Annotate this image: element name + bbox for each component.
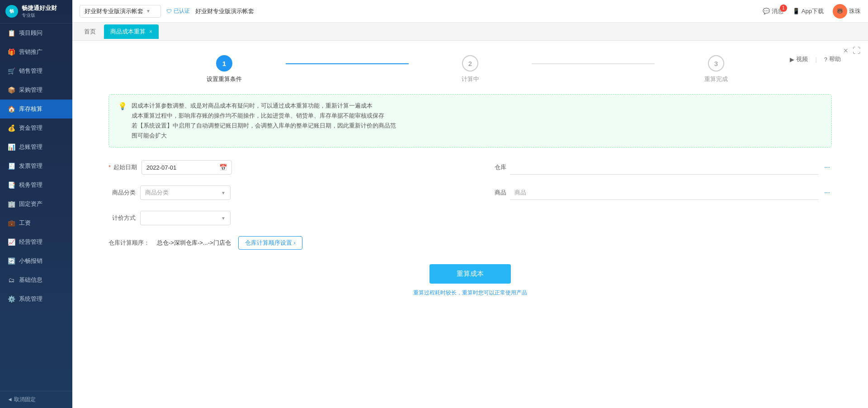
shield-icon: 🛡 <box>166 8 172 14</box>
warehouse-field: 仓库 ··· <box>479 160 832 175</box>
marketing-icon: 🎁 <box>7 48 15 56</box>
recalc-label: 重算成本 <box>457 270 484 277</box>
warehouse-dots-button[interactable]: ··· <box>822 163 832 171</box>
goods-input[interactable]: 商品 <box>510 185 819 200</box>
step-1-circle: 1 <box>216 55 232 71</box>
step-1-label: 设置重算条件 <box>207 75 242 83</box>
inventory-icon: 🏠 <box>7 105 15 113</box>
goods-placeholder: 商品 <box>514 189 526 197</box>
step-2-num: 2 <box>468 60 472 67</box>
info-text: 因成本计算参数调整、或是对商品成本有疑问时，可以通过成本重算功能，重新计算一遍成… <box>132 101 396 141</box>
sidebar-item-label: 小畅报销 <box>19 257 42 265</box>
sidebar-header: 畅 畅捷通好业财 专业版 <box>0 0 72 24</box>
video-label: 视频 <box>796 55 808 63</box>
recalc-button[interactable]: 重算成本 <box>429 264 511 284</box>
tabbar: 首页 商品成本重算 × <box>72 23 868 41</box>
sidebar-item-label: 资金管理 <box>19 124 42 132</box>
sidebar-item-label: 固定资产 <box>19 200 42 208</box>
calc-order-value: 总仓->深圳仓库->...->门店仓 <box>157 239 231 247</box>
pricing-field: 计价方式 ▼ <box>108 211 461 225</box>
tab-home[interactable]: 首页 <box>78 24 102 39</box>
sidebar-item-system[interactable]: ⚙️ 系统管理 <box>0 289 72 308</box>
user-name: 珠珠 <box>849 7 861 15</box>
info-box: 💡 因成本计算参数调整、或是对商品成本有疑问时，可以通过成本重算功能，重新计算一… <box>108 94 832 147</box>
form-row-1: * 起始日期 2022-07-01 📅 仓库 ··· <box>108 160 832 175</box>
sidebar-item-expense[interactable]: 🔄 小畅报销 <box>0 251 72 270</box>
sidebar-item-label: 税务管理 <box>19 181 42 189</box>
message-button[interactable]: 💬 消息 1 <box>763 7 783 15</box>
system-icon: ⚙️ <box>7 295 15 303</box>
pricing-select[interactable]: ▼ <box>140 211 231 225</box>
sidebar-item-accounting[interactable]: 📊 总账管理 <box>0 138 72 157</box>
account-selector[interactable]: 好业财专业版演示帐套 ▼ <box>80 5 161 18</box>
account-name: 好业财专业版演示帐套 <box>195 7 254 15</box>
basic-icon: 🗂 <box>7 276 15 284</box>
info-line-1: 因成本计算参数调整、或是对商品成本有疑问时，可以通过成本重算功能，重新计算一遍成… <box>132 101 396 111</box>
info-line-2: 成本重算过程中，影响库存账的操作均不能操作，比如进货单、销货单、库存单据不能审核… <box>132 111 396 121</box>
step-connector-2 <box>532 63 655 64</box>
step-3-label: 重算完成 <box>704 75 728 83</box>
warehouse-label: 仓库 <box>479 163 506 171</box>
sidebar-item-operations[interactable]: 📈 经营管理 <box>0 232 72 251</box>
sidebar-item-invoice[interactable]: 🧾 发票管理 <box>0 157 72 176</box>
video-help-button[interactable]: ▶ 视频 <box>790 55 808 63</box>
step-2: 2 计算中 <box>409 55 532 83</box>
user-menu-button[interactable]: 🐻 珠珠 <box>833 4 861 19</box>
sidebar-item-label: 采购管理 <box>19 86 42 94</box>
purchase-icon: 📦 <box>7 86 15 94</box>
sidebar-item-inventory[interactable]: 🏠 库存核算 <box>0 100 72 119</box>
category-label: 商品分类 <box>108 189 136 197</box>
goods-dots-button[interactable]: ··· <box>822 189 832 197</box>
unpin-label: ◄ 取消固定 <box>7 396 36 403</box>
help-button[interactable]: ? 帮助 <box>824 55 841 63</box>
verified-badge: 🛡 已认证 <box>166 7 190 15</box>
avatar: 🐻 <box>833 4 847 19</box>
play-icon: ▶ <box>790 56 794 63</box>
sidebar-item-sales[interactable]: 🛒 销售管理 <box>0 62 72 81</box>
message-icon: 💬 <box>763 8 770 14</box>
info-line-4: 围可能会扩大 <box>132 131 396 141</box>
expand-panel-button[interactable]: ⛶ <box>853 46 861 56</box>
category-select[interactable]: 商品分类 ▼ <box>140 185 231 200</box>
step-connector-1 <box>286 63 409 64</box>
tab-close-icon[interactable]: × <box>149 28 152 35</box>
tab-recalc[interactable]: 商品成本重算 × <box>104 24 159 39</box>
help-label: 帮助 <box>829 55 841 63</box>
recalc-section: 重算成本 重算过程耗时较长，重算时您可以正常使用产品 <box>72 264 868 297</box>
project-icon: 📋 <box>7 29 15 37</box>
app-download-button[interactable]: 📱 App下载 <box>793 7 824 15</box>
help-divider: | <box>815 56 816 63</box>
form-row-3: 计价方式 ▼ <box>108 211 832 225</box>
calc-order-settings-button[interactable]: 仓库计算顺序设置 › <box>238 236 302 250</box>
account-dropdown-arrow: ▼ <box>146 9 151 14</box>
app-download-label: App下载 <box>802 7 824 15</box>
sidebar-item-salary[interactable]: 💼 工资 <box>0 213 72 232</box>
sidebar: 畅 畅捷通好业财 专业版 📋 项目顾问 🎁 营销推广 🛒 销售管理 📦 采购管理… <box>0 0 72 408</box>
app-subtitle: 专业版 <box>22 12 57 19</box>
sidebar-item-assets[interactable]: 🏢 固定资产 <box>0 195 72 213</box>
sidebar-unpin-button[interactable]: ◄ 取消固定 <box>0 391 72 408</box>
main-area: 好业财专业版演示帐套 ▼ 🛡 已认证 好业财专业版演示帐套 💬 消息 1 📱 A… <box>72 0 868 408</box>
warehouse-input[interactable] <box>510 160 819 175</box>
sidebar-item-label: 系统管理 <box>19 295 42 303</box>
calc-order-label: 仓库计算顺序： <box>108 239 150 247</box>
expense-icon: 🔄 <box>7 257 15 265</box>
step-3: 3 重算完成 <box>655 55 778 83</box>
close-panel-button[interactable]: × <box>843 46 848 56</box>
help-area: ▶ 视频 | ? 帮助 <box>790 55 841 63</box>
sidebar-item-project[interactable]: 📋 项目顾问 <box>0 24 72 43</box>
sidebar-item-label: 销售管理 <box>19 67 42 75</box>
sidebar-item-basic[interactable]: 🗂 基础信息 <box>0 270 72 289</box>
sidebar-item-purchase[interactable]: 📦 采购管理 <box>0 81 72 100</box>
step-3-num: 3 <box>714 60 718 67</box>
sidebar-item-marketing[interactable]: 🎁 营销推广 <box>0 43 72 62</box>
sidebar-item-tax[interactable]: 📑 税务管理 <box>0 176 72 195</box>
sidebar-item-finance[interactable]: 💰 资金管理 <box>0 119 72 138</box>
start-date-input[interactable]: 2022-07-01 📅 <box>142 160 232 175</box>
sidebar-item-label: 发票管理 <box>19 162 42 170</box>
start-date-label: * 起始日期 <box>108 163 137 171</box>
form-row-2: 商品分类 商品分类 ▼ 商品 商品 ··· <box>108 185 832 200</box>
info-line-3: 若【系统设置】中启用了自动调整记账日期时，会调整入库单的整单记账日期，因此重新计… <box>132 121 396 131</box>
tab-home-label: 首页 <box>84 28 96 36</box>
start-date-field: * 起始日期 2022-07-01 📅 <box>108 160 461 175</box>
